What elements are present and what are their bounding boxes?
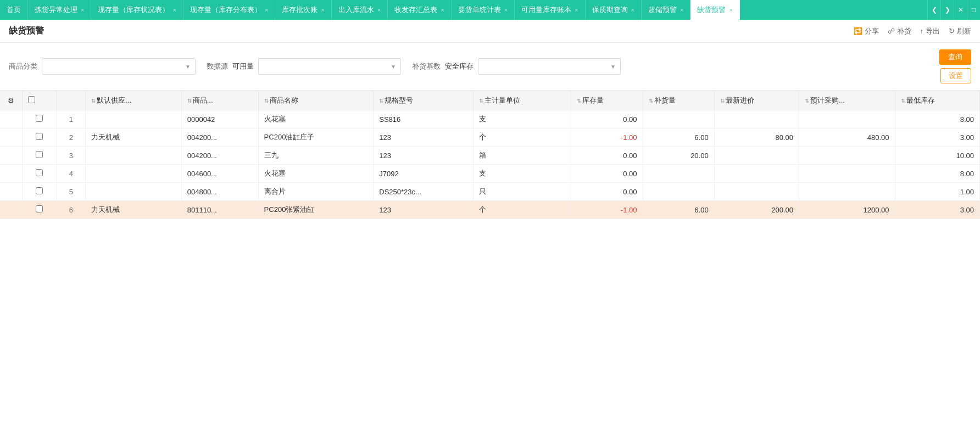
tab-close-pick[interactable]: ×: [81, 7, 84, 13]
tab-close-summary[interactable]: ×: [441, 7, 444, 13]
tab-batch[interactable]: 库存批次账×: [275, 0, 331, 20]
replenish-base-value: 安全库存: [445, 62, 474, 71]
table-row: 6力天机械801110...PC200张紧油缸123个-1.006.00200.…: [0, 201, 980, 219]
filter-bar: 商品分类 ▼ 数据源 可用量 ▼ 补货基数 安全库存 ▼ 查询 设置: [0, 43, 980, 91]
replenish-base-select[interactable]: ▼: [478, 58, 621, 75]
tab-prev-button[interactable]: ❮: [927, 0, 940, 20]
row-supplier: 力天机械: [86, 128, 182, 147]
col-latest-price[interactable]: ⇅最新进价: [714, 91, 799, 110]
tab-close-shortage[interactable]: ×: [729, 7, 732, 13]
row-gear: [0, 201, 22, 219]
tab-stock2[interactable]: 现存量（库存分布表）×: [183, 0, 275, 20]
tab-order[interactable]: 要货单统计表×: [452, 0, 515, 20]
query-button[interactable]: 查询: [939, 49, 971, 65]
datasource-select-arrow: ▼: [391, 64, 396, 70]
replenish-button[interactable]: ☍ 补货: [888, 26, 911, 36]
row-checkbox-cell: [22, 128, 57, 147]
datasource-filter-group: 数据源 可用量 ▼: [207, 58, 401, 75]
replenish-base-filter-group: 补货基数 安全库存 ▼: [412, 58, 621, 75]
row-checkbox[interactable]: [36, 187, 43, 194]
tab-expire[interactable]: 保质期查询×: [586, 0, 642, 20]
row-stock-qty: 0.00: [571, 147, 643, 165]
tab-close-expire[interactable]: ×: [631, 7, 634, 13]
row-checkbox[interactable]: [36, 205, 43, 212]
share-button[interactable]: 🔁 分享: [854, 26, 879, 36]
datasource-label: 数据源: [207, 62, 228, 71]
col-spec[interactable]: ⇅规格型号: [374, 91, 474, 110]
col-goods-name[interactable]: ⇅商品名称: [258, 91, 374, 110]
row-spec: 123: [374, 128, 474, 147]
col-goods-code[interactable]: ⇅商品...: [181, 91, 258, 110]
row-supplier: [86, 147, 182, 165]
row-stock-qty: -1.00: [571, 201, 643, 219]
row-checkbox[interactable]: [36, 133, 43, 140]
col-default-supplier[interactable]: ⇅默认供应...: [86, 91, 182, 110]
row-goods-code: 0000042: [181, 110, 258, 128]
table-header-row: ⚙ ⇅默认供应... ⇅商品... ⇅商品名称 ⇅规格型号 ⇅主计量单位 ⇅库存…: [0, 91, 980, 110]
tab-maximize-button[interactable]: □: [967, 0, 980, 20]
row-gear: [0, 128, 22, 147]
row-checkbox[interactable]: [36, 151, 43, 158]
tab-stock1[interactable]: 现存量（库存状况表）×: [91, 0, 183, 20]
table-row: 4004600...火花塞J7092支0.008.00: [0, 165, 980, 183]
row-spec: DS250*23c...: [374, 183, 474, 201]
tab-close-order[interactable]: ×: [504, 7, 508, 13]
row-spec: 123: [374, 147, 474, 165]
data-table: ⚙ ⇅默认供应... ⇅商品... ⇅商品名称 ⇅规格型号 ⇅主计量单位 ⇅库存…: [0, 91, 980, 219]
replenish-base-label: 补货基数: [412, 62, 441, 71]
col-stock-qty[interactable]: ⇅库存量: [571, 91, 643, 110]
tab-close-flow[interactable]: ×: [377, 7, 381, 13]
row-stock-qty: -1.00: [571, 128, 643, 147]
row-replenish-qty: 6.00: [643, 201, 714, 219]
export-button[interactable]: ↑ 导出: [920, 26, 940, 36]
row-supplier: [86, 165, 182, 183]
row-min-stock: 10.00: [895, 147, 979, 165]
tab-close-all-button[interactable]: ✕: [954, 0, 967, 20]
main-content: 缺货预警 🔁 分享 ☍ 补货 ↑ 导出 ↻ 刷新 商品分类: [0, 20, 980, 437]
row-unit: 个: [473, 201, 571, 219]
category-select[interactable]: ▼: [42, 58, 196, 75]
row-replenish-qty: [643, 110, 714, 128]
row-checkbox-cell: [22, 165, 57, 183]
refresh-button[interactable]: ↻ 刷新: [949, 26, 971, 36]
col-replenish-qty[interactable]: ⇅补货量: [643, 91, 714, 110]
tab-close-avail[interactable]: ×: [575, 7, 578, 13]
select-all-checkbox[interactable]: [28, 96, 35, 103]
tab-overstock[interactable]: 超储预警×: [642, 0, 691, 20]
row-stock-qty: 0.00: [571, 110, 643, 128]
tab-home[interactable]: 首页: [0, 0, 28, 20]
page-header: 缺货预警 🔁 分享 ☍ 补货 ↑ 导出 ↻ 刷新: [0, 20, 980, 43]
tab-next-button[interactable]: ❯: [940, 0, 954, 20]
tab-close-overstock[interactable]: ×: [680, 7, 683, 13]
col-unit[interactable]: ⇅主计量单位: [473, 91, 571, 110]
row-latest-price: 200.00: [714, 201, 799, 219]
settings-button[interactable]: 设置: [940, 68, 971, 83]
row-checkbox-cell: [22, 183, 57, 201]
tab-summary[interactable]: 收发存汇总表×: [388, 0, 451, 20]
tab-avail[interactable]: 可用量库存账本×: [515, 0, 585, 20]
tab-pick[interactable]: 拣货异常处理×: [28, 0, 91, 20]
row-est-purchase: 1200.00: [799, 201, 895, 219]
row-spec: 123: [374, 201, 474, 219]
row-checkbox[interactable]: [36, 115, 43, 122]
replenish-base-select-arrow: ▼: [610, 64, 616, 70]
row-checkbox[interactable]: [36, 169, 43, 176]
datasource-select[interactable]: ▼: [258, 58, 401, 75]
row-checkbox-cell: [22, 110, 57, 128]
row-supplier: [86, 183, 182, 201]
col-settings[interactable]: ⚙: [0, 91, 22, 110]
tab-shortage[interactable]: 缺货预警×: [691, 0, 739, 20]
row-goods-name: 离合片: [258, 183, 374, 201]
tab-close-batch[interactable]: ×: [321, 7, 324, 13]
tab-close-stock2[interactable]: ×: [265, 7, 268, 13]
col-min-stock[interactable]: ⇅最低库存: [895, 91, 979, 110]
row-est-purchase: [799, 183, 895, 201]
row-supplier: 力天机械: [86, 201, 182, 219]
replenish-icon: ☍: [888, 27, 895, 35]
tab-close-stock1[interactable]: ×: [172, 7, 176, 13]
row-goods-name: 三九: [258, 147, 374, 165]
row-goods-code: 004800...: [181, 183, 258, 201]
col-est-purchase[interactable]: ⇅预计采购...: [799, 91, 895, 110]
table-row: 5004800...离合片DS250*23c...只0.001.00: [0, 183, 980, 201]
tab-flow[interactable]: 出入库流水×: [332, 0, 388, 20]
